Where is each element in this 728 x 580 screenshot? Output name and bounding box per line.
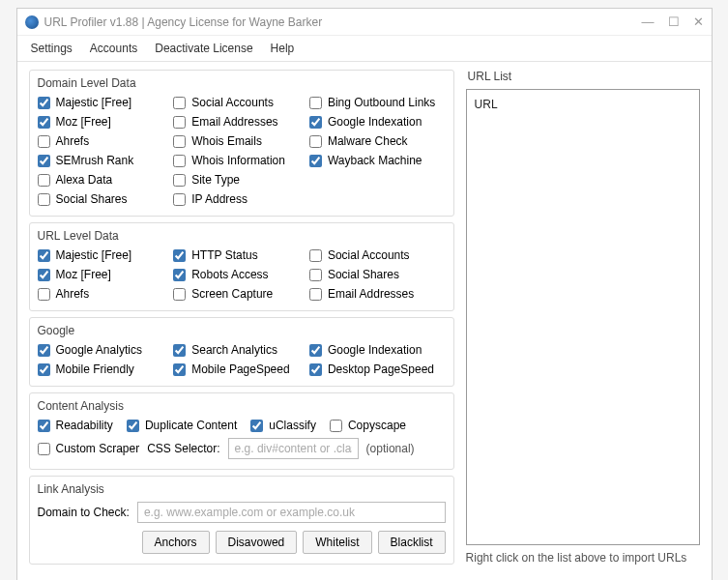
cb-url-social-accounts[interactable]: Social Accounts xyxy=(309,248,446,262)
url-list-box[interactable]: URL xyxy=(466,89,700,545)
app-icon xyxy=(25,15,39,29)
cb-email-addresses-input[interactable] xyxy=(173,116,186,129)
cb-social-accounts-input[interactable] xyxy=(173,97,186,109)
cb-alexa-data-input[interactable] xyxy=(38,174,50,187)
cb-majestic-free-input[interactable] xyxy=(38,97,50,109)
cb-bing-outbound-links[interactable]: Bing Outbound Links xyxy=(309,96,446,109)
cb-url-email-addresses[interactable]: Email Addresses xyxy=(309,287,446,301)
cb-readability[interactable]: Readability xyxy=(38,419,113,432)
domain-to-check-input[interactable] xyxy=(137,502,446,523)
cb-whois-information-input[interactable] xyxy=(173,155,186,167)
cb-desktop-pagespeed[interactable]: Desktop PageSpeed xyxy=(309,362,446,376)
cb-uclassify[interactable]: uClassify xyxy=(250,419,316,432)
cb-screen-capture-input[interactable] xyxy=(173,288,186,301)
close-button[interactable]: ✕ xyxy=(693,14,704,29)
cb-alexa-data[interactable]: Alexa Data xyxy=(38,173,174,187)
app-window: URL Profiler v1.88 | Agency License for … xyxy=(16,8,713,580)
group-title: Google xyxy=(38,324,446,337)
cb-custom-scraper[interactable]: Custom Scraper xyxy=(38,442,140,455)
disavowed-button[interactable]: Disavowed xyxy=(216,531,298,554)
cb-google-analytics-input[interactable] xyxy=(38,344,50,357)
cb-url-social-accounts-input[interactable] xyxy=(309,249,322,262)
cb-google-indexation-input[interactable] xyxy=(309,116,322,129)
cb-copyscape-input[interactable] xyxy=(330,420,342,432)
cb-google-indexation[interactable]: Google Indexation xyxy=(309,115,446,129)
cb-search-analytics-input[interactable] xyxy=(173,344,186,357)
maximize-button[interactable]: ☐ xyxy=(668,14,680,29)
cb-whois-information[interactable]: Whois Information xyxy=(173,154,309,167)
cb-google-indexation-g-input[interactable] xyxy=(309,344,322,357)
cb-ahrefs-input[interactable] xyxy=(38,135,50,148)
cb-semrush-rank[interactable]: SEMrush Rank xyxy=(38,154,174,167)
cb-desktop-pagespeed-input[interactable] xyxy=(309,363,322,376)
group-link-analysis: Link Analysis Domain to Check: Anchors D… xyxy=(29,476,454,565)
cb-copyscape[interactable]: Copyscape xyxy=(330,419,406,432)
group-google: Google Google Analytics Mobile Friendly … xyxy=(29,317,454,387)
group-title: Link Analysis xyxy=(38,482,446,496)
blacklist-button[interactable]: Blacklist xyxy=(378,531,446,554)
cb-custom-scraper-input[interactable] xyxy=(38,443,50,455)
menu-settings[interactable]: Settings xyxy=(31,42,73,55)
cb-mobile-friendly-input[interactable] xyxy=(38,363,50,376)
cb-ahrefs[interactable]: Ahrefs xyxy=(38,134,174,148)
cb-uclassify-input[interactable] xyxy=(250,420,263,432)
cb-url-moz-free[interactable]: Moz [Free] xyxy=(38,268,174,281)
cb-mobile-pagespeed-input[interactable] xyxy=(173,363,186,376)
cb-ip-address-input[interactable] xyxy=(173,193,186,206)
cb-screen-capture[interactable]: Screen Capture xyxy=(173,287,309,301)
cb-mobile-friendly[interactable]: Mobile Friendly xyxy=(38,362,174,376)
group-title: Domain Level Data xyxy=(38,76,446,90)
cb-wayback-machine[interactable]: Wayback Machine xyxy=(309,154,446,167)
cb-majestic-free[interactable]: Majestic [Free] xyxy=(38,96,174,109)
cb-bing-outbound-links-input[interactable] xyxy=(309,97,322,109)
cb-duplicate-content-input[interactable] xyxy=(127,420,139,432)
cb-whois-emails-input[interactable] xyxy=(173,135,186,148)
cb-ip-address[interactable]: IP Address xyxy=(173,192,309,206)
anchors-button[interactable]: Anchors xyxy=(142,531,210,554)
cb-robots-access[interactable]: Robots Access xyxy=(173,268,309,281)
url-list-hint: Right click on the list above to import … xyxy=(466,551,700,565)
cb-moz-free-input[interactable] xyxy=(38,116,50,129)
footer: Update Available Run Profiler xyxy=(17,576,712,580)
cb-http-status[interactable]: HTTP Status xyxy=(173,248,309,262)
minimize-button[interactable]: — xyxy=(642,14,655,29)
cb-url-moz-free-input[interactable] xyxy=(38,269,50,281)
url-list-header: URL xyxy=(475,98,691,111)
menu-accounts[interactable]: Accounts xyxy=(90,42,137,55)
cb-search-analytics[interactable]: Search Analytics xyxy=(173,343,309,357)
cb-whois-emails[interactable]: Whois Emails xyxy=(173,134,309,148)
css-selector-input[interactable] xyxy=(228,438,359,459)
menu-help[interactable]: Help xyxy=(271,42,295,55)
cb-site-type[interactable]: Site Type xyxy=(173,173,309,187)
cb-semrush-rank-input[interactable] xyxy=(38,155,50,167)
cb-malware-check-input[interactable] xyxy=(309,135,322,148)
cb-url-social-shares-input[interactable] xyxy=(309,269,322,281)
cb-moz-free[interactable]: Moz [Free] xyxy=(38,115,174,129)
menu-deactivate-license[interactable]: Deactivate License xyxy=(155,42,252,55)
cb-http-status-input[interactable] xyxy=(173,249,186,262)
cb-duplicate-content[interactable]: Duplicate Content xyxy=(127,419,237,432)
domain-to-check-label: Domain to Check: xyxy=(38,506,130,519)
cb-mobile-pagespeed[interactable]: Mobile PageSpeed xyxy=(173,362,309,376)
cb-url-majestic-free[interactable]: Majestic [Free] xyxy=(38,248,174,262)
cb-google-indexation-g[interactable]: Google Indexation xyxy=(309,343,446,357)
cb-wayback-machine-input[interactable] xyxy=(309,155,322,167)
cb-url-email-addresses-input[interactable] xyxy=(309,288,322,301)
cb-url-social-shares[interactable]: Social Shares xyxy=(309,268,446,281)
cb-robots-access-input[interactable] xyxy=(173,269,186,281)
cb-url-ahrefs[interactable]: Ahrefs xyxy=(38,287,174,301)
cb-email-addresses[interactable]: Email Addresses xyxy=(173,115,309,129)
cb-url-ahrefs-input[interactable] xyxy=(38,288,50,301)
cb-readability-input[interactable] xyxy=(38,420,50,432)
cb-url-majestic-free-input[interactable] xyxy=(38,249,50,262)
whitelist-button[interactable]: Whitelist xyxy=(303,531,371,554)
optional-label: (optional) xyxy=(366,442,415,455)
cb-social-accounts[interactable]: Social Accounts xyxy=(173,96,309,109)
cb-social-shares[interactable]: Social Shares xyxy=(38,192,174,206)
cb-social-shares-input[interactable] xyxy=(38,193,50,206)
group-url-level-data: URL Level Data Majestic [Free] Moz [Free… xyxy=(29,222,454,311)
titlebar: URL Profiler v1.88 | Agency License for … xyxy=(17,9,712,36)
cb-malware-check[interactable]: Malware Check xyxy=(309,134,446,148)
cb-site-type-input[interactable] xyxy=(173,174,186,187)
cb-google-analytics[interactable]: Google Analytics xyxy=(38,343,174,357)
